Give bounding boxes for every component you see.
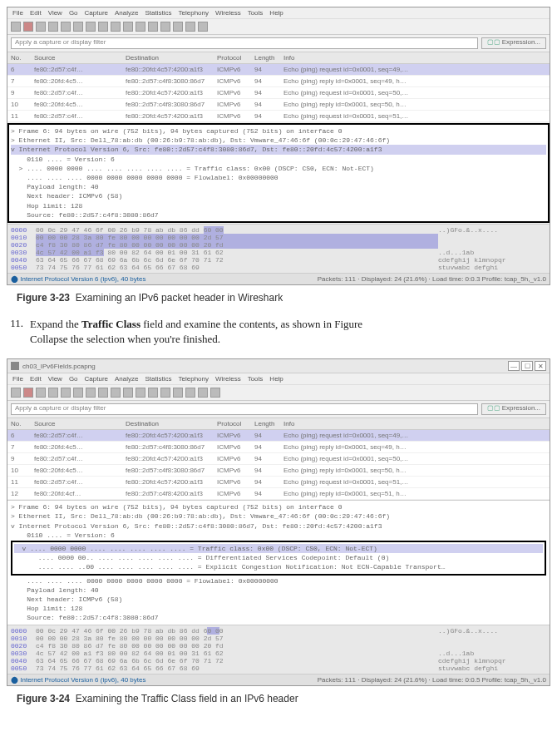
menu-statistics[interactable]: Statistics: [145, 9, 172, 17]
detail-hop-limit[interactable]: Hop limit: 128: [11, 201, 546, 210]
detail-ipv6[interactable]: v Internet Protocol Version 6, Src: fe80…: [11, 521, 546, 531]
menu-help[interactable]: Help: [269, 375, 283, 383]
detail-ethernet[interactable]: > Ethernet II, Src: Dell_78:ab:db (00:26…: [11, 136, 546, 145]
detail-flowlabel[interactable]: .... .... .... 0000 0000 0000 0000 0000 …: [11, 576, 546, 586]
menu-telephony[interactable]: Telephony: [179, 9, 209, 17]
open-icon[interactable]: [48, 388, 58, 398]
zoom-in-icon[interactable]: [173, 388, 183, 398]
detail-source[interactable]: Source: fe80::2d57:c4f8:3080:86d7: [11, 210, 546, 220]
menu-edit[interactable]: Edit: [30, 9, 42, 17]
packet-row[interactable]: 11fe80::2d57:c4f…fe80::20fd:4c57:4200:a1…: [7, 111, 550, 122]
col-protocol[interactable]: Protocol: [214, 52, 251, 63]
packet-row[interactable]: 9fe80::2d57:c4f…fe80::20fd:4c57:4200:a1f…: [7, 453, 550, 465]
menu-tools[interactable]: Tools: [248, 375, 264, 383]
save-icon[interactable]: [61, 22, 71, 32]
zoom-out-icon[interactable]: [185, 388, 195, 398]
detail-ethernet[interactable]: > Ethernet II, Src: Dell_78:ab:db (00:26…: [11, 511, 546, 521]
menu-help[interactable]: Help: [269, 9, 283, 17]
col-protocol[interactable]: Protocol: [214, 418, 251, 429]
packet-row[interactable]: 12fe80::20fd:4cf…fe80::2d57:c4f8:4200:a1…: [7, 488, 550, 500]
menu-wireless[interactable]: Wireless: [215, 375, 241, 383]
zoom-in-icon[interactable]: [173, 22, 183, 32]
fwd-icon[interactable]: [123, 388, 133, 398]
hex-dump[interactable]: 0000 0010 0020 0030 0040 0050 00 0c 29 4…: [7, 625, 550, 674]
detail-next-header[interactable]: Next header: ICMPv6 (58): [11, 191, 546, 200]
restart-icon[interactable]: [36, 22, 46, 32]
maximize-button[interactable]: ☐: [521, 361, 533, 371]
detail-frame[interactable]: > Frame 6: 94 bytes on wire (752 bits), …: [11, 126, 546, 136]
find-icon[interactable]: [98, 22, 108, 32]
menu-go[interactable]: Go: [69, 9, 78, 17]
first-icon[interactable]: [148, 388, 158, 398]
detail-payload-length[interactable]: Payload length: 40: [11, 182, 546, 191]
col-info[interactable]: Info: [280, 418, 550, 429]
detail-version[interactable]: 0110 .... = Version: 6: [11, 155, 546, 164]
packet-row[interactable]: 9fe80::2d57:c4f…fe80::20fd:4c57:4200:a1f…: [7, 87, 550, 99]
packet-row[interactable]: 7fe80::20fd:4c5…fe80::2d57:c4f8:3080:86d…: [7, 442, 550, 453]
menu-wireless[interactable]: Wireless: [215, 9, 241, 17]
col-destination[interactable]: Destination: [122, 418, 214, 429]
menu-file[interactable]: File: [12, 9, 23, 17]
menu-view[interactable]: View: [48, 375, 62, 383]
back-icon[interactable]: [111, 22, 121, 32]
save-icon[interactable]: [61, 388, 71, 398]
menu-go[interactable]: Go: [69, 375, 78, 383]
close-button[interactable]: ✕: [535, 361, 546, 371]
menu-analyze[interactable]: Analyze: [115, 375, 138, 383]
display-filter-input[interactable]: Apply a capture or display filter: [11, 403, 478, 415]
detail-dscp[interactable]: .... 0000 00.. .... .... .... .... .... …: [14, 553, 543, 562]
first-icon[interactable]: [148, 22, 158, 32]
detail-flowlabel[interactable]: .... .... .... 0000 0000 0000 0000 0000 …: [11, 173, 546, 182]
col-no[interactable]: No.: [7, 418, 31, 429]
hex-dump[interactable]: 0000 0010 0020 0030 0040 0050 00 0c 29 4…: [7, 224, 550, 273]
goto-icon[interactable]: [136, 22, 145, 32]
menu-capture[interactable]: Capture: [85, 9, 108, 17]
detail-payload-length[interactable]: Payload length: 40: [11, 586, 546, 595]
last-icon[interactable]: [160, 22, 170, 32]
zoom-out-icon[interactable]: [185, 22, 195, 32]
detail-source[interactable]: Source: fe80::2d57:c4f8:3080:86d7: [11, 613, 546, 622]
menu-statistics[interactable]: Statistics: [145, 375, 172, 383]
zoom-reset-icon[interactable]: [198, 388, 208, 398]
open-icon[interactable]: [48, 22, 58, 32]
packet-row[interactable]: 6fe80::2d57:c4f…fe80::20fd:4c57:4200:a1f…: [7, 64, 550, 76]
close-icon[interactable]: [73, 388, 83, 398]
menu-capture[interactable]: Capture: [85, 375, 108, 383]
col-source[interactable]: Source: [31, 418, 122, 429]
menu-file[interactable]: File: [12, 375, 23, 383]
packet-row[interactable]: 10fe80::20fd:4c5…fe80::2d57:c4f8:3080:86…: [7, 99, 550, 111]
col-source[interactable]: Source: [31, 52, 122, 63]
packet-row[interactable]: 7fe80::20fd:4c5…fe80::2d57:c4f8:3080:86d…: [7, 76, 550, 87]
col-length[interactable]: Length: [251, 52, 280, 63]
stop-icon[interactable]: [23, 22, 33, 32]
menu-tools[interactable]: Tools: [248, 9, 264, 17]
fwd-icon[interactable]: [123, 22, 133, 32]
detail-ecn[interactable]: .... .... ..00 .... .... .... .... .... …: [14, 562, 543, 571]
detail-frame[interactable]: > Frame 6: 94 bytes on wire (752 bits), …: [11, 502, 546, 511]
detail-hop-limit[interactable]: Hop limit: 128: [11, 604, 546, 613]
col-info[interactable]: Info: [280, 52, 550, 63]
close-icon[interactable]: [73, 22, 83, 32]
detail-traffic-class[interactable]: v .... 0000 0000 .... .... .... .... ...…: [14, 544, 543, 553]
packet-row[interactable]: 11fe80::2d57:c4f…fe80::20fd:4c57:4200:a1…: [7, 477, 550, 488]
last-icon[interactable]: [160, 388, 170, 398]
packet-list[interactable]: No. Source Destination Protocol Length I…: [7, 418, 550, 500]
reload-icon[interactable]: [86, 22, 96, 32]
packet-details-highlighted[interactable]: > Frame 6: 94 bytes on wire (752 bits), …: [7, 123, 550, 223]
packet-row[interactable]: 6fe80::2d57:c4f…fe80::20fd:4c57:4200:a1f…: [7, 430, 550, 442]
packet-list[interactable]: No. Source Destination Protocol Length I…: [7, 52, 550, 122]
detail-next-header[interactable]: Next header: ICMPv6 (58): [11, 595, 546, 604]
reload-icon[interactable]: [86, 388, 96, 398]
col-length[interactable]: Length: [251, 418, 280, 429]
detail-version[interactable]: 0110 .... = Version: 6: [11, 531, 546, 540]
expression-button[interactable]: ▢▢ Expression...: [481, 37, 546, 49]
menu-analyze[interactable]: Analyze: [115, 9, 138, 17]
detail-ipv6[interactable]: v Internet Protocol Version 6, Src: fe80…: [11, 145, 546, 154]
resize-cols-icon[interactable]: [210, 388, 220, 398]
shark-fin-icon[interactable]: [11, 388, 21, 398]
stop-icon[interactable]: [23, 388, 33, 398]
detail-traffic-class[interactable]: > .... 0000 0000 .... .... .... .... ...…: [11, 164, 546, 173]
menu-telephony[interactable]: Telephony: [179, 375, 209, 383]
shark-fin-icon[interactable]: [11, 22, 21, 32]
minimize-button[interactable]: —: [508, 361, 520, 371]
